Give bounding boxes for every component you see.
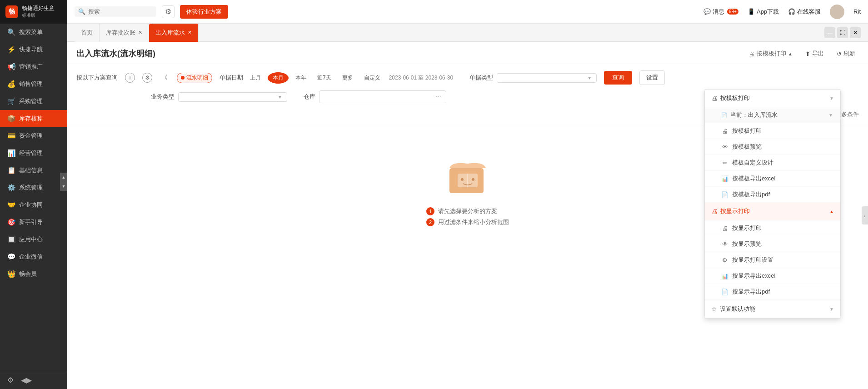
printer-section-icon: 🖨 xyxy=(711,95,718,102)
app-label: App下载 xyxy=(757,8,779,16)
search-input[interactable] xyxy=(88,8,147,15)
warehouse-select[interactable]: ··· xyxy=(319,90,446,103)
export-button[interactable]: ⬆ 导出 xyxy=(802,47,828,60)
sidebar-item-shortcut[interactable]: ⚡ 快捷导航 xyxy=(0,41,67,58)
tag-dot xyxy=(181,76,185,80)
filter-add-button[interactable]: + xyxy=(125,73,135,83)
filter-scheme-label: 按以下方案查询 xyxy=(76,74,118,82)
display-settings-item[interactable]: ⚙ 按显示打印设置 xyxy=(705,252,840,268)
user-avatar[interactable] xyxy=(830,5,844,19)
display-preview-item[interactable]: 👁 按显示预览 xyxy=(705,236,840,252)
sidebar-scroll-down[interactable]: ▼ xyxy=(60,182,67,191)
tab-close-window-button[interactable]: ✕ xyxy=(850,27,861,38)
online-service-button[interactable]: 🎧 在线客服 xyxy=(788,8,821,16)
sidebar-item-cooperation[interactable]: 🤝 企业协同 xyxy=(0,196,67,214)
sidebar-item-basic[interactable]: 📋 基础信息 xyxy=(0,162,67,179)
tab-batch[interactable]: 库存批次账 ✕ xyxy=(100,24,149,42)
display-print-section-header[interactable]: 🖨 按显示打印 ▲ xyxy=(705,203,840,220)
sidebar-item-label: 应用中心 xyxy=(19,235,43,244)
display-preview-sub-label: 按显示预览 xyxy=(732,240,762,248)
display-excel-item[interactable]: 📊 按显示导出excel xyxy=(705,268,840,284)
display-print-header-label: 按显示打印 xyxy=(720,207,750,215)
tab-maximize-button[interactable]: ⛶ xyxy=(837,27,848,38)
sidebar-item-wechat[interactable]: 💬 企业微信 xyxy=(0,248,67,265)
more-dots-icon[interactable]: ··· xyxy=(435,93,441,101)
tab-flow-close[interactable]: ✕ xyxy=(188,30,192,35)
purchase-icon: 🛒 xyxy=(7,97,15,105)
business-type-select[interactable]: ▼ xyxy=(178,92,287,102)
display-excel-sub-label: 按显示导出excel xyxy=(732,272,775,280)
set-default-item[interactable]: ☆ 设置默认功能 ▼ xyxy=(705,300,840,318)
set-default-label: 设置默认功能 xyxy=(720,305,755,313)
topbar-search-box[interactable]: 🔍 xyxy=(75,6,156,17)
display-print-item[interactable]: 🖨 按显示打印 xyxy=(705,220,840,236)
current-template-item[interactable]: 📄 当前：出入库流水 ▼ xyxy=(705,107,840,123)
display-print-sub-label: 按显示打印 xyxy=(732,224,762,232)
sidebar-item-sales[interactable]: 💰 销售管理 xyxy=(0,75,67,93)
filter-settings-button[interactable]: ⚙ xyxy=(142,73,152,83)
sidebar-item-finance[interactable]: 💳 资金管理 xyxy=(0,127,67,145)
trial-solution-button[interactable]: 体验行业方案 xyxy=(180,5,228,19)
tab-batch-close[interactable]: ✕ xyxy=(138,30,142,35)
export-label: 导出 xyxy=(812,50,824,58)
query-button[interactable]: 查询 xyxy=(604,71,632,85)
display-settings-sub-label: 按显示打印设置 xyxy=(732,256,773,264)
service-label: 在线客服 xyxy=(797,8,821,16)
date-btn-more[interactable]: 更多 xyxy=(338,72,357,84)
sidebar-item-label: 资金管理 xyxy=(19,132,43,140)
inventory-icon: 📦 xyxy=(7,115,15,123)
sidebar-item-label: 企业微信 xyxy=(19,253,43,261)
sidebar-item-inventory[interactable]: 📦 库存核算 xyxy=(0,110,67,127)
refresh-button[interactable]: ↺ 刷新 xyxy=(833,47,859,60)
date-btn-this-month[interactable]: 本月 xyxy=(268,72,289,84)
tab-flow[interactable]: 出入库流水 ✕ xyxy=(149,24,199,42)
sidebar-item-search[interactable]: 🔍 搜索菜单 xyxy=(0,24,67,41)
sidebar-item-purchase[interactable]: 🛒 采购管理 xyxy=(0,93,67,110)
settings-button[interactable]: ⚙ xyxy=(162,5,175,18)
template-pdf-item[interactable]: 📄 按模板导出pdf xyxy=(705,187,840,203)
collapse-icon[interactable]: ◀▶ xyxy=(21,376,32,384)
date-btn-custom[interactable]: 自定义 xyxy=(360,72,384,84)
empty-step-1: 1 请先选择要分析的方案 xyxy=(426,207,509,215)
voucher-type-select[interactable]: ▼ xyxy=(497,73,597,83)
username-label[interactable]: Rit xyxy=(853,8,861,15)
sidebar-item-operations[interactable]: 📊 经营管理 xyxy=(0,145,67,162)
tab-minimize-button[interactable]: — xyxy=(824,27,835,38)
set-button[interactable]: 设置 xyxy=(639,70,665,85)
step-2-text: 用过滤条件来缩小分析范围 xyxy=(438,218,509,226)
sidebar-item-label: 新手引导 xyxy=(19,218,43,226)
template-print-section-header[interactable]: 🖨 按模板打印 ▼ xyxy=(705,90,840,107)
logo-area: 畅 畅捷通好生意 标准版 xyxy=(0,0,67,24)
date-btn-7days[interactable]: 近7天 xyxy=(313,72,335,84)
right-expand-button[interactable]: › xyxy=(862,206,868,224)
content-area: 出入库流水(流水明细) 🖨 按模板打印 ▲ ⬆ 导出 ↺ 刷新 xyxy=(67,42,868,389)
sidebar-item-marketing[interactable]: 📢 营销推广 xyxy=(0,58,67,75)
tab-home[interactable]: 首页 xyxy=(75,24,100,42)
sidebar-item-member[interactable]: 👑 畅会员 xyxy=(0,265,67,283)
filter-tag-label: 流水明细 xyxy=(186,74,208,82)
date-btn-last-month[interactable]: 上月 xyxy=(246,72,265,84)
print-dropdown-panel: 🖨 按模板打印 ▼ 📄 当前：出入库流水 ▼ 🖨 按模板打印 👁 xyxy=(704,89,841,319)
filter-collapse-button[interactable]: 《 xyxy=(160,73,170,83)
sidebar-item-label: 库存核算 xyxy=(19,115,43,123)
sidebar-item-system[interactable]: ⚙️ 系统管理 xyxy=(0,179,67,196)
app-icon: 📱 xyxy=(748,8,755,15)
empty-step-2: 2 用过滤条件来缩小分析范围 xyxy=(426,218,509,226)
section-collapse-icon: ▼ xyxy=(829,96,834,101)
empty-illustration xyxy=(445,155,490,200)
sidebar-item-apps[interactable]: 🔲 应用中心 xyxy=(0,231,67,248)
sidebar-scroll-up[interactable]: ▲ xyxy=(60,173,67,182)
message-button[interactable]: 💬 消息 99+ xyxy=(703,8,738,16)
template-excel-item[interactable]: 📊 按模板导出excel xyxy=(705,171,840,187)
display-preview-sub-icon: 👁 xyxy=(721,241,728,248)
sidebar-item-guide[interactable]: 🎯 新手引导 xyxy=(0,214,67,231)
print-template-button[interactable]: 🖨 按模板打印 ▲ xyxy=(745,47,796,60)
date-btn-this-year[interactable]: 本年 xyxy=(291,72,310,84)
template-print-item[interactable]: 🖨 按模板打印 xyxy=(705,123,840,139)
template-preview-item[interactable]: 👁 按模板预览 xyxy=(705,139,840,155)
settings-icon[interactable]: ⚙ xyxy=(7,376,14,384)
display-pdf-item[interactable]: 📄 按显示导出pdf xyxy=(705,284,840,300)
display-settings-sub-icon: ⚙ xyxy=(721,257,728,264)
template-custom-item[interactable]: ✏ 模板自定义设计 xyxy=(705,155,840,171)
app-download-button[interactable]: 📱 App下载 xyxy=(748,8,779,16)
